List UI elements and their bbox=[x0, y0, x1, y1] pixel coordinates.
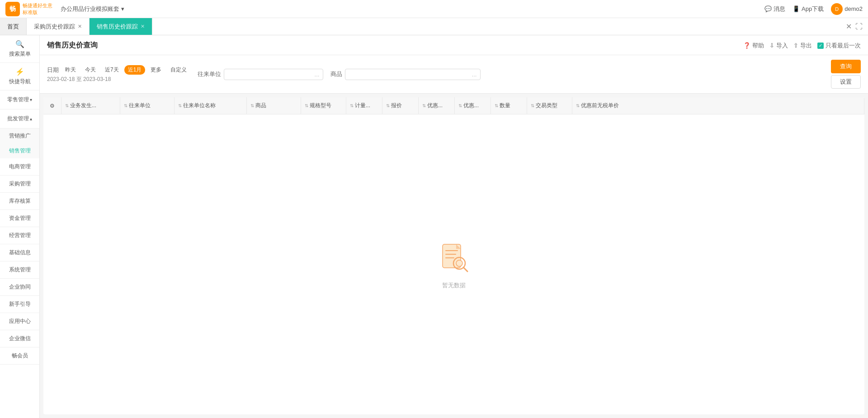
sidebar-item-retail-mgmt[interactable]: 零售管理 ▾ bbox=[0, 90, 39, 109]
chip-last1m[interactable]: 近1月 bbox=[124, 65, 146, 75]
product-ellipsis: ... bbox=[472, 71, 477, 78]
tabbar-actions: ✕ ⛶ bbox=[840, 18, 868, 35]
sidebar-item-enterprise[interactable]: 企业协同 bbox=[0, 279, 39, 296]
tab-home[interactable]: 首页 bbox=[0, 18, 27, 35]
th-product[interactable]: ⇅ 商品 bbox=[247, 97, 301, 114]
th-unit-code[interactable]: ⇅ 往来单位 bbox=[120, 97, 175, 114]
sidebar-item-operations[interactable]: 经营管理 bbox=[0, 227, 39, 244]
sidebar-item-system[interactable]: 系统管理 bbox=[0, 261, 39, 279]
phone-icon: 📱 bbox=[793, 5, 800, 12]
sidebar-item-quick-nav[interactable]: ⚡ 快捷导航 bbox=[0, 63, 39, 90]
th-date[interactable]: ⇅ 业务发生... bbox=[61, 97, 120, 114]
sort-icon-spec: ⇅ bbox=[305, 103, 308, 108]
sidebar-item-purchase[interactable]: 采购管理 bbox=[0, 176, 39, 193]
page-actions: ❓ 帮助 ⇩ 导入 ⇧ 导出 ✓ 只看最后一次 bbox=[743, 42, 861, 50]
unit-search-field[interactable] bbox=[228, 71, 311, 78]
sort-icon-trade: ⇅ bbox=[531, 103, 534, 108]
filter-row: 日期 昨天 今天 近7天 近1月 更多 自定义 2023-02-18 至 202… bbox=[40, 55, 868, 94]
empty-icon bbox=[436, 240, 472, 276]
close-all-tabs-icon[interactable]: ✕ bbox=[846, 22, 852, 31]
chip-last7[interactable]: 近7天 bbox=[101, 65, 123, 75]
sidebar-item-marketing[interactable]: 营销推广 bbox=[0, 128, 39, 143]
page-title: 销售历史价查询 bbox=[47, 41, 98, 50]
import-button[interactable]: ⇩ 导入 bbox=[769, 42, 788, 50]
sort-icon-uom: ⇅ bbox=[350, 103, 354, 108]
sort-icon-qty: ⇅ bbox=[495, 103, 498, 108]
help-button[interactable]: ❓ 帮助 bbox=[743, 42, 764, 50]
chip-today[interactable]: 今天 bbox=[81, 65, 99, 75]
th-tax-price[interactable]: ⇅ 优惠前无税单价 bbox=[572, 97, 864, 114]
table-body: 暂无数据 bbox=[43, 114, 864, 414]
main-layout: 🔍 搜索菜单 ⚡ 快捷导航 零售管理 ▾ 批发管理 ▴ 营销推广 销售管理 电商… bbox=[0, 35, 868, 418]
app-selector[interactable]: 办公用品行业模拟账套 ▾ bbox=[57, 3, 128, 15]
sidebar-item-finance[interactable]: 资金管理 bbox=[0, 210, 39, 227]
page-title-row: 销售历史价查询 ❓ 帮助 ⇩ 导入 ⇧ 导出 ✓ bbox=[47, 41, 861, 50]
maximize-icon[interactable]: ⛶ bbox=[855, 23, 863, 31]
sidebar-item-ecommerce[interactable]: 电商管理 bbox=[0, 158, 39, 176]
sidebar-item-wechat[interactable]: 企业微信 bbox=[0, 330, 39, 347]
sidebar-item-basic-info[interactable]: 基础信息 bbox=[0, 244, 39, 261]
sidebar-item-sales-mgmt[interactable]: 销售管理 bbox=[0, 143, 39, 158]
app-download-button[interactable]: 📱 App下载 bbox=[793, 5, 824, 13]
th-spec[interactable]: ⇅ 规格型号 bbox=[301, 97, 346, 114]
sort-icon-tax: ⇅ bbox=[576, 103, 580, 108]
only-last-checkbox[interactable]: ✓ 只看最后一次 bbox=[817, 42, 861, 50]
checkbox-icon: ✓ bbox=[817, 43, 824, 49]
sort-asc-icon: ⇅ bbox=[65, 103, 69, 108]
logo-area: 畅 畅捷通好生意 标准版 bbox=[5, 2, 52, 16]
date-chips: 昨天 今天 近7天 近1月 更多 自定义 bbox=[61, 65, 190, 75]
sort-icon-unit-name: ⇅ bbox=[178, 103, 182, 108]
product-search-field[interactable] bbox=[349, 71, 469, 78]
product-input[interactable]: ... bbox=[345, 69, 481, 80]
search-icon: 🔍 bbox=[15, 40, 24, 48]
th-price[interactable]: ⇅ 报价 bbox=[382, 97, 419, 114]
logo-icon: 畅 bbox=[5, 2, 20, 16]
sort-icon-unit: ⇅ bbox=[124, 103, 127, 108]
chevron-down-icon: ▾ bbox=[30, 97, 32, 102]
tab-purchase-history[interactable]: 采购历史价跟踪 ✕ bbox=[27, 18, 90, 35]
action-buttons: 查询 设置 bbox=[831, 60, 861, 89]
th-settings[interactable]: ⚙ bbox=[43, 97, 61, 114]
topbar: 畅 畅捷通好生意 标准版 办公用品行业模拟账套 ▾ 💬 消息 📱 App下载 D… bbox=[0, 0, 868, 18]
sort-icon-d2: ⇅ bbox=[458, 103, 462, 108]
th-discount2[interactable]: ⇅ 优惠... bbox=[455, 97, 491, 114]
unit-filter-group: 往来单位 ... bbox=[198, 69, 323, 80]
sidebar-item-member[interactable]: 畅会员 bbox=[0, 347, 39, 365]
sidebar-item-guide[interactable]: 新手引导 bbox=[0, 296, 39, 313]
product-label: 商品 bbox=[330, 70, 342, 78]
th-qty[interactable]: ⇅ 数量 bbox=[491, 97, 527, 114]
logo-text: 畅捷通好生意 标准版 bbox=[23, 2, 52, 15]
sidebar-item-search-menu[interactable]: 🔍 搜索菜单 bbox=[0, 35, 39, 63]
sidebar-item-app-center[interactable]: 应用中心 bbox=[0, 313, 39, 330]
quick-nav-icon: ⚡ bbox=[15, 67, 24, 76]
export-button[interactable]: ⇧ 导出 bbox=[793, 42, 812, 50]
product-filter-group: 商品 ... bbox=[330, 69, 481, 80]
table-header: ⚙ ⇅ 业务发生... ⇅ 往来单位 ⇅ 往来单位名称 ⇅ 商品 bbox=[43, 97, 864, 114]
settings-button[interactable]: 设置 bbox=[831, 75, 861, 89]
sort-icon-price: ⇅ bbox=[386, 103, 390, 108]
close-tab-purchase[interactable]: ✕ bbox=[78, 24, 82, 29]
chevron-up-icon: ▴ bbox=[30, 116, 32, 121]
date-label: 日期 bbox=[47, 66, 59, 74]
tab-sales-history[interactable]: 销售历史价跟踪 ✕ bbox=[90, 18, 152, 35]
th-discount1[interactable]: ⇅ 优惠... bbox=[419, 97, 455, 114]
th-uom[interactable]: ⇅ 计量... bbox=[346, 97, 382, 114]
chip-yesterday[interactable]: 昨天 bbox=[61, 65, 80, 75]
svg-line-6 bbox=[463, 267, 467, 271]
close-tab-sales[interactable]: ✕ bbox=[141, 24, 145, 29]
unit-input[interactable]: ... bbox=[224, 69, 323, 80]
message-button[interactable]: 💬 消息 bbox=[764, 5, 785, 13]
user-profile[interactable]: D demo2 bbox=[831, 3, 863, 15]
sidebar-item-wholesale-mgmt[interactable]: 批发管理 ▴ bbox=[0, 109, 39, 128]
tabbar: 首页 采购历史价跟踪 ✕ 销售历史价跟踪 ✕ ✕ ⛶ bbox=[0, 18, 868, 35]
chip-more[interactable]: 更多 bbox=[147, 65, 165, 75]
search-button[interactable]: 查询 bbox=[831, 60, 861, 73]
chip-custom[interactable]: 自定义 bbox=[167, 65, 190, 75]
import-icon: ⇩ bbox=[769, 42, 774, 49]
sidebar-item-inventory[interactable]: 库存核算 bbox=[0, 193, 39, 210]
content-area: 销售历史价查询 ❓ 帮助 ⇩ 导入 ⇧ 导出 ✓ bbox=[40, 35, 868, 418]
sidebar: 🔍 搜索菜单 ⚡ 快捷导航 零售管理 ▾ 批发管理 ▴ 营销推广 销售管理 电商… bbox=[0, 35, 40, 418]
th-trade-type[interactable]: ⇅ 交易类型 bbox=[527, 97, 572, 114]
date-range-display: 2023-02-18 至 2023-03-18 bbox=[47, 76, 190, 83]
th-unit-name[interactable]: ⇅ 往来单位名称 bbox=[175, 97, 247, 114]
